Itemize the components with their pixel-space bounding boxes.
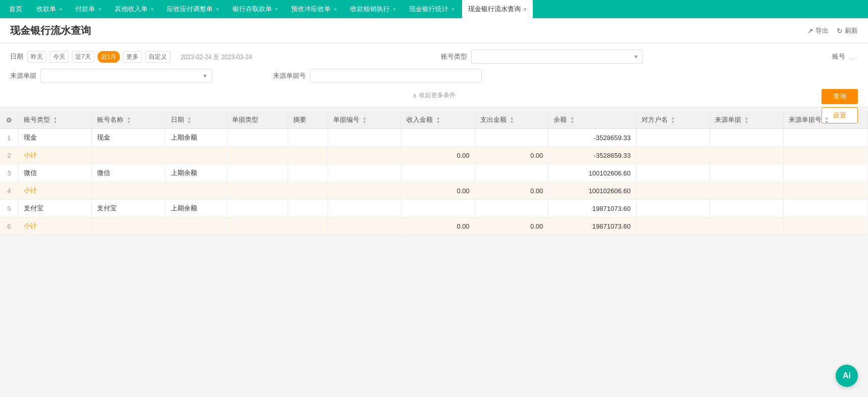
col-income[interactable]: 收入金额 ▲▼ — [401, 111, 475, 129]
date-btn-more[interactable]: 更多 — [123, 51, 142, 63]
close-icon[interactable]: × — [393, 6, 396, 12]
row-counterparty — [636, 129, 710, 147]
top-nav: 首页 收款单 × 付款单 × 其他收入单 × 应收应付调整单 × 银行存取款单 … — [0, 0, 868, 18]
table-row[interactable]: 1现金现金上期余额-3528659.33 — [0, 129, 868, 147]
nav-tab-3[interactable]: 应收应付调整单 × — [161, 0, 225, 18]
row-account-name: 微信 — [92, 164, 166, 182]
row-source-doc-no — [783, 164, 867, 182]
table-row[interactable]: 3微信微信上期余额100102606.60 — [0, 164, 868, 182]
export-button[interactable]: ↗ 导出 — [807, 26, 829, 35]
row-expense — [475, 200, 549, 217]
row-doc-no — [328, 217, 401, 235]
col-source-doc[interactable]: 来源单据 ▲▼ — [710, 111, 784, 129]
account-label: 账号 — [832, 52, 845, 61]
row-account-type: 小计 — [18, 147, 92, 164]
row-source-doc-no — [783, 217, 867, 235]
source-doc-select[interactable]: ▼ — [40, 69, 212, 83]
date-btn-7days[interactable]: 近7天 — [72, 51, 95, 63]
nav-tab-5[interactable]: 预收冲应收单 × — [285, 0, 343, 18]
row-account-type: 支付宝 — [18, 200, 92, 217]
nav-tab-0[interactable]: 收款单 × — [30, 0, 68, 18]
sort-icon: ▲▼ — [127, 116, 131, 124]
col-doc-no[interactable]: 单据编号 ▲▼ — [328, 111, 401, 129]
row-counterparty — [636, 182, 710, 200]
table-row[interactable]: 6小计0.000.0019871073.60 — [0, 217, 868, 235]
row-balance: -3528659.33 — [549, 147, 636, 164]
header-actions: ↗ 导出 ↻ 刷新 — [807, 26, 858, 35]
date-btn-custom[interactable]: 自定义 — [145, 51, 170, 63]
collapse-bar[interactable]: ∧ 收起更多条件 — [10, 88, 858, 103]
close-icon[interactable]: × — [524, 6, 527, 12]
col-counterparty[interactable]: 对方户名 ▲▼ — [636, 111, 710, 129]
row-date: 上期余额 — [165, 129, 226, 147]
nav-home[interactable]: 首页 — [2, 0, 29, 18]
row-summary — [288, 200, 328, 217]
nav-tab-4[interactable]: 银行存取款单 × — [226, 0, 284, 18]
export-icon: ↗ — [807, 27, 813, 35]
sort-icon: ▲▼ — [570, 116, 574, 124]
row-counterparty — [636, 217, 710, 235]
close-icon[interactable]: × — [216, 6, 219, 12]
col-settings[interactable]: ⚙ — [0, 111, 18, 129]
row-income — [401, 164, 475, 182]
col-expense[interactable]: 支出金额 ▲▼ — [475, 111, 549, 129]
date-btn-1month[interactable]: 近1月 — [98, 51, 120, 63]
account-type-filter: 账号类型 ▼ — [441, 50, 643, 64]
col-source-doc-no[interactable]: 来源单据号 ▲▼ — [783, 111, 867, 129]
account-type-select[interactable]: ▼ — [471, 50, 643, 64]
row-account-type: 小计 — [18, 217, 92, 235]
table-row[interactable]: 2小计0.000.00-3528659.33 — [0, 147, 868, 164]
sort-icon: ▲▼ — [53, 116, 57, 124]
row-doc-no — [328, 200, 401, 217]
account-more-icon[interactable]: ... — [849, 53, 858, 61]
gear-icon: ⚙ — [6, 116, 12, 124]
row-income: 0.00 — [401, 217, 475, 235]
table-row[interactable]: 5支付宝支付宝上期余额19871073.60 — [0, 200, 868, 217]
date-btn-today[interactable]: 今天 — [50, 51, 69, 63]
sort-icon: ▲▼ — [671, 116, 675, 124]
col-account-name[interactable]: 账号名称 ▲▼ — [92, 111, 166, 129]
source-doc-no-label: 来源单据号 — [273, 71, 306, 80]
nav-tab-6[interactable]: 收款核销执行 × — [344, 0, 402, 18]
col-account-type[interactable]: 账号类型 ▲▼ — [18, 111, 92, 129]
row-source-doc-no — [783, 147, 867, 164]
close-icon[interactable]: × — [151, 6, 154, 12]
row-doc-type — [227, 129, 288, 147]
row-doc-type — [227, 164, 288, 182]
row-expense — [475, 164, 549, 182]
close-icon[interactable]: × — [59, 6, 62, 12]
filter-row-1: 日期 昨天 今天 近7天 近1月 更多 自定义 2023-02-24 至 202… — [10, 50, 858, 64]
row-balance: 100102606.60 — [549, 164, 636, 182]
date-btn-yesterday[interactable]: 昨天 — [27, 51, 47, 63]
source-doc-no-input[interactable] — [310, 69, 482, 83]
row-expense: 0.00 — [475, 147, 549, 164]
refresh-button[interactable]: ↻ 刷新 — [837, 26, 858, 35]
filter-area: 日期 昨天 今天 近7天 近1月 更多 自定义 2023-02-24 至 202… — [0, 43, 868, 107]
row-account-type: 小计 — [18, 182, 92, 200]
row-summary — [288, 164, 328, 182]
close-icon[interactable]: × — [275, 6, 278, 12]
row-source-doc-no — [783, 182, 867, 200]
row-source-doc — [710, 200, 784, 217]
nav-tab-7[interactable]: 现金银行统计 × — [403, 0, 461, 18]
col-summary: 摘要 — [288, 111, 328, 129]
nav-tab-2[interactable]: 其他收入单 × — [109, 0, 160, 18]
filter-row-2: 来源单据 ▼ 来源单据号 — [10, 69, 858, 83]
row-income — [401, 200, 475, 217]
col-date[interactable]: 日期 ▲▼ — [165, 111, 226, 129]
nav-tab-1[interactable]: 付款单 × — [69, 0, 107, 18]
table-container: ⚙ 账号类型 ▲▼ 账号名称 ▲▼ 日期 ▲▼ 单据类型 摘 — [0, 111, 868, 235]
table-row[interactable]: 4小计0.000.00100102606.60 — [0, 182, 868, 200]
close-icon[interactable]: × — [451, 6, 454, 12]
account-filter: 账号 ... — [832, 52, 858, 61]
row-balance: 19871073.60 — [549, 217, 636, 235]
row-doc-no — [328, 182, 401, 200]
col-balance[interactable]: 余额 ▲▼ — [549, 111, 636, 129]
date-shortcuts: 昨天 今天 近7天 近1月 更多 自定义 — [27, 51, 170, 63]
query-button[interactable]: 查询 — [821, 89, 858, 104]
chevron-down-icon: ▼ — [633, 54, 639, 60]
nav-tab-8[interactable]: 现金银行流水查询 × — [462, 0, 533, 18]
close-icon[interactable]: × — [98, 6, 101, 12]
close-icon[interactable]: × — [334, 6, 337, 12]
page-header: 现金银行流水查询 ↗ 导出 ↻ 刷新 — [0, 18, 868, 43]
